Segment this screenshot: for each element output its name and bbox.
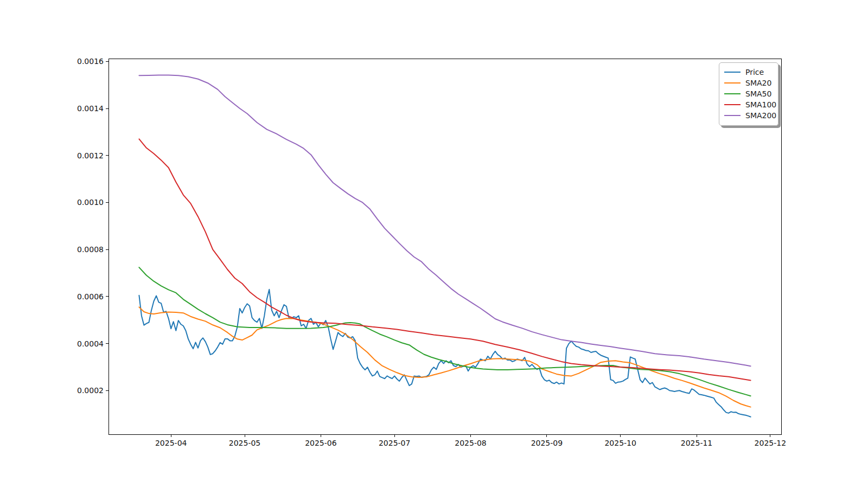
y-tick-label: 0.0008: [77, 245, 104, 254]
y-tick-label: 0.0016: [77, 57, 104, 66]
x-tick-label: 2025-11: [681, 439, 713, 447]
x-tick-label: 2025-10: [604, 439, 636, 447]
legend-label: SMA50: [745, 89, 771, 98]
series-line-price: [139, 290, 750, 417]
legend-item-sma20: SMA20: [724, 78, 773, 88]
legend-label: SMA100: [745, 100, 776, 109]
series-line-sma20: [139, 307, 750, 407]
y-tick-label: 0.0014: [77, 104, 104, 113]
x-tick-label: 2025-12: [755, 439, 787, 447]
x-tick-label: 2025-06: [305, 439, 337, 447]
y-tick-label: 0.0010: [77, 198, 104, 207]
legend-item-sma50: SMA50: [724, 88, 773, 99]
legend-label: SMA200: [745, 111, 776, 120]
legend-line-sample-icon: [724, 115, 741, 116]
legend-item-sma200: SMA200: [724, 110, 773, 121]
x-tick-label: 2025-07: [379, 439, 411, 447]
legend-label: Price: [745, 68, 764, 76]
y-tick-label: 0.0006: [77, 292, 104, 301]
series-line-sma50: [139, 267, 750, 396]
y-tick-label: 0.0004: [77, 339, 104, 348]
legend: PriceSMA20SMA50SMA100SMA200: [719, 62, 778, 126]
legend-item-sma100: SMA100: [724, 99, 773, 110]
series-line-sma200: [139, 75, 750, 366]
legend-line-sample-icon: [724, 72, 741, 73]
legend-item-price: Price: [724, 67, 773, 78]
axes-frame: [108, 59, 781, 434]
legend-line-sample-icon: [724, 104, 741, 105]
legend-line-sample-icon: [724, 93, 741, 94]
series-line-sma100: [139, 139, 750, 380]
legend-label: SMA20: [745, 79, 771, 87]
y-tick-label: 0.0002: [77, 386, 104, 395]
x-tick-label: 2025-05: [229, 439, 261, 447]
legend-line-sample-icon: [724, 82, 741, 84]
x-tick-label: 2025-04: [155, 439, 187, 447]
x-tick-label: 2025-08: [455, 439, 487, 447]
y-tick-label: 0.0012: [77, 151, 104, 160]
x-tick-label: 2025-09: [531, 439, 563, 447]
figure: 2025-042025-052025-062025-072025-082025-…: [0, 0, 868, 488]
